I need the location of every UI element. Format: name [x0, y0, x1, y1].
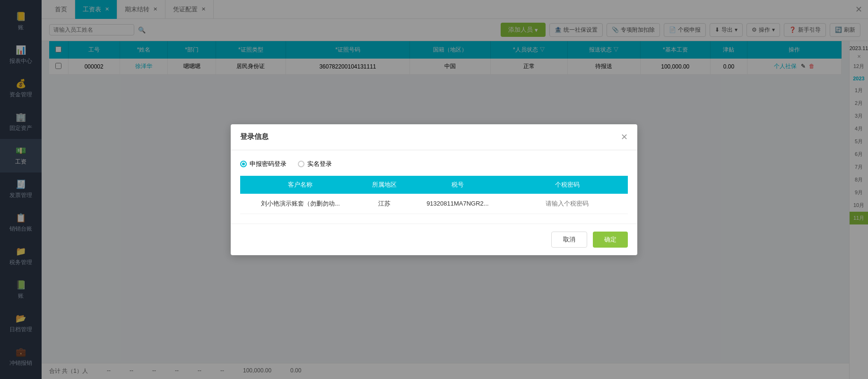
dialog-col-password: 个税密码	[507, 176, 628, 194]
dialog-col-tax-no: 税号	[408, 176, 507, 194]
dialog-cell-tax-no: 91320811MA7NGR2...	[408, 194, 507, 214]
dialog-overlay: 登录信息 ✕ 申报密码登录 实名登录 客户名称 所属地区	[0, 0, 868, 379]
dialog-cell-customer: 刘小艳演示账套（勿删勿动...	[240, 194, 361, 214]
dialog-col-region: 所属地区	[361, 176, 408, 194]
radio-realname-login[interactable]: 实名登录	[298, 160, 332, 168]
radio-realname-icon	[298, 161, 304, 167]
dialog-close-button[interactable]: ✕	[621, 132, 628, 142]
dialog-cell-password[interactable]	[507, 194, 628, 214]
dialog-cell-region: 江苏	[361, 194, 408, 214]
confirm-button[interactable]: 确定	[593, 232, 628, 248]
radio-password-icon	[240, 161, 247, 167]
dialog-table-row: 刘小艳演示账套（勿删勿动... 江苏 91320811MA7NGR2...	[240, 194, 628, 214]
login-dialog: 登录信息 ✕ 申报密码登录 实名登录 客户名称 所属地区	[231, 124, 637, 255]
cancel-button[interactable]: 取消	[551, 232, 587, 248]
radio-password-login[interactable]: 申报密码登录	[240, 160, 286, 168]
dialog-footer: 取消 确定	[231, 224, 637, 255]
dialog-header: 登录信息 ✕	[231, 124, 637, 150]
dialog-table: 客户名称 所属地区 税号 个税密码 刘小艳演示账套（勿删勿动... 江苏 913…	[240, 176, 628, 214]
login-type-radio-group: 申报密码登录 实名登录	[240, 160, 628, 168]
dialog-col-customer: 客户名称	[240, 176, 361, 194]
dialog-body: 申报密码登录 实名登录 客户名称 所属地区 税号 个税密码	[231, 150, 637, 224]
dialog-title: 登录信息	[240, 132, 269, 141]
password-input[interactable]	[512, 200, 622, 207]
